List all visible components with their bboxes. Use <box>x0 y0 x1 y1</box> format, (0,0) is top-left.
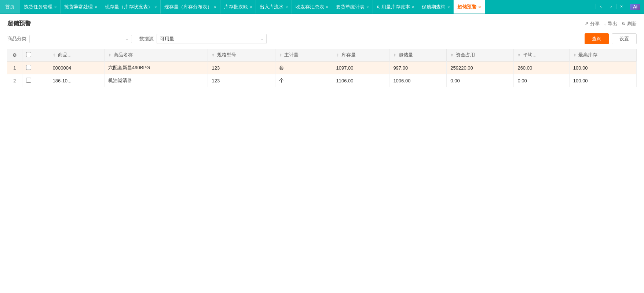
page-title: 超储预警 <box>7 20 31 27</box>
datasource-select[interactable]: 可用量 ⌄ <box>157 34 267 44</box>
row-max-stock: 100.00 <box>569 62 636 74</box>
nav-close-6[interactable]: × <box>285 5 288 9</box>
row-stock: 1097.00 <box>332 62 389 74</box>
col-overstock[interactable]: ⇕ 超储量 <box>389 49 447 62</box>
nav-item-2[interactable]: 拣货异常处理 × <box>61 0 101 14</box>
col-product-code[interactable]: ⇕ 商品... <box>49 49 104 62</box>
nav-item-4[interactable]: 现存量（库存分布表） × <box>161 0 220 14</box>
sort-icon: ⇕ <box>393 53 396 57</box>
row-product-name: 六配套新昌490BPG <box>105 62 208 74</box>
sort-icon: ⇕ <box>279 53 282 57</box>
table-row: 2 186-10... 机油滤清器 123 个 1106.00 1006.00 … <box>7 74 637 87</box>
share-button[interactable]: ↗ 分享 <box>585 21 600 27</box>
nav-item-11[interactable]: 超储预警 × <box>454 0 484 14</box>
row-checkbox[interactable] <box>26 78 31 83</box>
row-product-code: 186-10... <box>49 74 104 87</box>
row-spec: 123 <box>208 62 275 74</box>
nav-close-5[interactable]: × <box>250 5 252 9</box>
category-chevron-icon: ⌄ <box>125 37 129 41</box>
row-avg: 260.00 <box>514 62 569 74</box>
refresh-icon: ↻ <box>622 21 626 26</box>
row-seq: 1 <box>7 62 22 74</box>
row-overstock: 997.00 <box>389 62 447 74</box>
row-checkbox[interactable] <box>26 65 31 70</box>
category-label: 商品分类 <box>7 36 26 42</box>
category-select[interactable]: ⌄ <box>29 35 132 43</box>
row-product-name: 机油滤清器 <box>105 74 208 87</box>
row-unit: 个 <box>275 74 332 87</box>
nav-item-9[interactable]: 可用量库存账本 × <box>373 0 418 14</box>
table-header: ⚙ ⇕ 商品... ⇕ 商品名称 ⇕ 规格型号 ⇕ <box>7 49 637 62</box>
sort-icon: ⇕ <box>108 53 111 57</box>
row-checkbox-cell <box>22 74 49 87</box>
nav-home[interactable]: 首页 <box>0 0 20 14</box>
col-capital[interactable]: ⇕ 资金占用 <box>447 49 514 62</box>
select-all-checkbox[interactable] <box>26 52 31 57</box>
nav-close-4[interactable]: × <box>214 5 216 9</box>
filter-actions: 查询 设置 <box>585 33 637 44</box>
nav-close-11[interactable]: × <box>478 5 480 9</box>
data-table: ⚙ ⇕ 商品... ⇕ 商品名称 ⇕ 规格型号 ⇕ <box>7 49 637 87</box>
query-button[interactable]: 查询 <box>585 33 609 44</box>
table-body: 1 0000004 六配套新昌490BPG 123 套 1097.00 997.… <box>7 62 637 87</box>
nav-close-10[interactable]: × <box>447 5 450 9</box>
datasource-value: 可用量 <box>160 36 174 42</box>
row-avg: 0.00 <box>514 74 569 87</box>
nav-item-6[interactable]: 出入库流水 × <box>256 0 292 14</box>
nav-arrow-close[interactable]: × <box>616 4 626 9</box>
col-unit[interactable]: ⇕ 主计量 <box>275 49 332 62</box>
row-checkbox-cell <box>22 62 49 74</box>
row-capital: 0.00 <box>447 74 514 87</box>
nav-item-10[interactable]: 保质期查询 × <box>418 0 454 14</box>
table-row: 1 0000004 六配套新昌490BPG 123 套 1097.00 997.… <box>7 62 637 74</box>
sort-icon: ⇕ <box>517 53 520 57</box>
sort-icon: ⇕ <box>336 53 339 57</box>
nav-item-5[interactable]: 库存批次账 × <box>220 0 256 14</box>
col-product-name[interactable]: ⇕ 商品名称 <box>105 49 208 62</box>
export-button[interactable]: ↓ 导出 <box>604 21 618 27</box>
page-header: 超储预警 ↗ 分享 ↓ 导出 ↻ 刷新 <box>7 20 637 27</box>
datasource-label: 数据源 <box>139 36 154 42</box>
top-navigation: 首页 拣货任务管理 × 拣货异常处理 × 现存量（库存状况表） × 现存量（库存… <box>0 0 644 14</box>
sort-icon: ⇕ <box>450 53 453 57</box>
row-spec: 123 <box>208 74 275 87</box>
page-content: 超储预警 ↗ 分享 ↓ 导出 ↻ 刷新 商品分类 ⌄ <box>0 14 644 293</box>
col-spec[interactable]: ⇕ 规格型号 <box>208 49 275 62</box>
row-overstock: 1006.00 <box>389 74 447 87</box>
row-max-stock: 100.00 <box>569 74 636 87</box>
sort-icon: ⇕ <box>573 53 576 57</box>
settings-button[interactable]: 设置 <box>612 33 637 44</box>
col-max-stock[interactable]: ⇕ 最高库存 <box>569 49 636 62</box>
settings-icon[interactable]: ⚙ <box>12 52 17 58</box>
nav-item-3[interactable]: 现存量（库存状况表） × <box>101 0 161 14</box>
row-product-code: 0000004 <box>49 62 104 74</box>
nav-close-7[interactable]: × <box>326 5 328 9</box>
datasource-chevron-icon: ⌄ <box>260 37 263 41</box>
col-avg[interactable]: ⇕ 平均... <box>514 49 569 62</box>
refresh-button[interactable]: ↻ 刷新 <box>622 21 637 27</box>
nav-close-1[interactable]: × <box>54 5 56 9</box>
share-icon: ↗ <box>585 21 589 26</box>
settings-col-header: ⚙ <box>7 49 22 62</box>
nav-arrow-left[interactable]: ‹ <box>596 4 606 9</box>
nav-close-3[interactable]: × <box>154 5 157 9</box>
header-actions: ↗ 分享 ↓ 导出 ↻ 刷新 <box>585 21 637 27</box>
row-unit: 套 <box>275 62 332 74</box>
ai-badge: Ai <box>630 4 640 10</box>
nav-close-2[interactable]: × <box>95 5 97 9</box>
sort-icon: ⇕ <box>53 53 56 57</box>
nav-item-7[interactable]: 收发存汇总表 × <box>292 0 332 14</box>
category-filter-group: 商品分类 ⌄ <box>7 35 132 43</box>
nav-close-9[interactable]: × <box>412 5 414 9</box>
nav-item-1[interactable]: 拣货任务管理 × <box>20 0 61 14</box>
filter-area: 商品分类 ⌄ 数据源 可用量 ⌄ 查询 设置 <box>7 33 637 44</box>
nav-arrow-right[interactable]: › <box>606 4 616 9</box>
row-stock: 1106.00 <box>332 74 389 87</box>
col-stock[interactable]: ⇕ 库存量 <box>332 49 389 62</box>
export-icon: ↓ <box>604 21 607 26</box>
sort-icon: ⇕ <box>212 53 215 57</box>
row-seq: 2 <box>7 74 22 87</box>
datasource-filter-group: 数据源 可用量 ⌄ <box>139 34 267 44</box>
nav-close-8[interactable]: × <box>366 5 369 9</box>
nav-item-8[interactable]: 要货单统计表 × <box>332 0 373 14</box>
